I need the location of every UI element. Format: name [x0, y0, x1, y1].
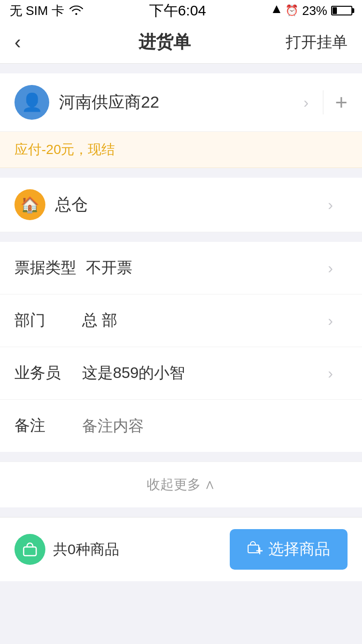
status-right: ⏰ 23% — [272, 3, 352, 18]
salesperson-row[interactable]: 业务员 这是859的小智 › — [0, 347, 362, 400]
location-icon — [272, 3, 281, 18]
svg-rect-1 — [248, 545, 259, 553]
supplier-section: 👤 河南供应商22 › + 应付-20元，现结 — [0, 73, 362, 168]
battery-icon — [331, 6, 352, 15]
vertical-divider — [323, 90, 323, 114]
department-value: 总 部 — [72, 310, 328, 331]
status-time: 下午6:04 — [149, 1, 206, 21]
supplier-name: 河南供应商22 — [59, 91, 304, 113]
chevron-right-icon: › — [328, 259, 333, 277]
alarm-icon: ⏰ — [285, 4, 298, 17]
page-title: 进货单 — [139, 30, 191, 54]
form-section: 票据类型 不开票 › 部门 总 部 › 业务员 这是859的小智 › 备注 — [0, 242, 362, 452]
select-product-button[interactable]: 选择商品 — [230, 529, 348, 570]
remark-label: 备注 — [14, 415, 72, 436]
department-label: 部门 — [14, 310, 72, 331]
warehouse-name: 总仓 — [55, 194, 328, 216]
product-count-area: 共0种商品 — [14, 534, 119, 565]
supplier-row[interactable]: 👤 河南供应商22 › + — [0, 73, 362, 132]
salesperson-value: 这是859的小智 — [72, 363, 328, 384]
notice-banner: 应付-20元，现结 — [0, 132, 362, 168]
svg-rect-0 — [24, 547, 36, 556]
invoice-type-label: 票据类型 — [14, 257, 76, 279]
bottom-bar: 共0种商品 选择商品 — [0, 517, 362, 581]
notice-text: 应付-20元，现结 — [14, 142, 115, 157]
collapse-row[interactable]: 收起更多 ∧ — [0, 462, 362, 507]
open-pending-button[interactable]: 打开挂单 — [286, 32, 348, 53]
invoice-type-value: 不开票 — [76, 257, 328, 279]
department-row[interactable]: 部门 总 部 › — [0, 294, 362, 347]
salesperson-label: 业务员 — [14, 363, 72, 384]
section-divider — [0, 64, 362, 73]
warehouse-row[interactable]: 🏠 总仓 › — [0, 178, 362, 232]
product-count-text: 共0种商品 — [53, 540, 119, 560]
status-left: 无 SIM 卡 — [10, 2, 84, 19]
battery-text: 23% — [302, 3, 327, 18]
invoice-type-row[interactable]: 票据类型 不开票 › — [0, 242, 362, 294]
status-bar: 无 SIM 卡 下午6:04 ⏰ 23% — [0, 0, 362, 21]
select-product-label: 选择商品 — [268, 539, 330, 560]
warehouse-icon: 🏠 — [14, 189, 45, 220]
avatar: 👤 — [14, 85, 49, 120]
select-product-icon — [247, 541, 263, 558]
back-button[interactable]: ‹ — [14, 31, 43, 53]
chevron-right-icon: › — [304, 94, 309, 112]
bag-icon — [14, 534, 45, 565]
carrier-text: 无 SIM 卡 — [10, 2, 64, 19]
add-button[interactable]: + — [335, 92, 348, 113]
wifi-icon — [69, 3, 84, 18]
person-icon: 👤 — [21, 92, 43, 112]
remark-row[interactable]: 备注 — [0, 400, 362, 452]
remark-input[interactable] — [72, 417, 348, 435]
chevron-right-icon: › — [328, 196, 333, 214]
page-background — [0, 581, 362, 644]
chevron-right-icon: › — [328, 312, 333, 330]
collapse-label: 收起更多 ∧ — [147, 476, 216, 494]
chevron-right-icon: › — [328, 364, 333, 382]
nav-bar: ‹ 进货单 打开挂单 — [0, 21, 362, 64]
